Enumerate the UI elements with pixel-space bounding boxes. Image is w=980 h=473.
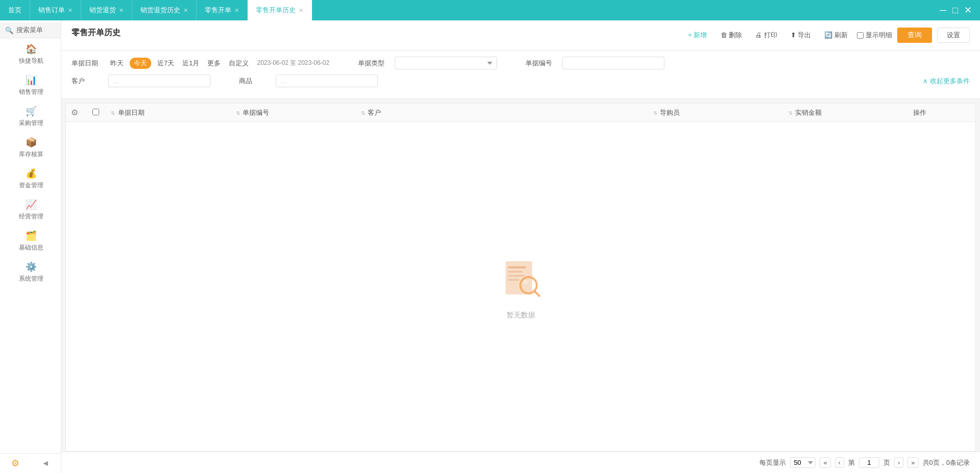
sidebar-item-inventory[interactable]: 📦 库存核算 — [0, 132, 61, 163]
date-opt-last7[interactable]: 近7天 — [155, 58, 176, 69]
th-action: 操作 — [908, 104, 975, 122]
sort-number-icon[interactable]: ⇅ — [236, 110, 240, 116]
tab-retail-open-close[interactable]: ✕ — [234, 7, 239, 14]
add-button[interactable]: + 新增 — [684, 29, 711, 42]
sidebar-item-quick-nav-label: 快捷导航 — [19, 57, 43, 65]
select-all-checkbox[interactable] — [92, 109, 99, 115]
th-number: ⇅ 单据编号 — [231, 104, 356, 122]
goods-filter-label: 商品 — [239, 77, 268, 86]
date-options: 昨天 今天 近7天 近1月 更多 自定义 2023-06-02 至 2023-0… — [108, 58, 329, 69]
tab-retail-history-close[interactable]: ✕ — [299, 7, 303, 14]
sidebar-collapse-icon[interactable]: ◄ — [41, 459, 50, 468]
empty-state: 暂无数据 — [66, 122, 975, 451]
pagination-bar: 每页显示 10 20 50 100 « ‹ 第 页 › » 共0页，0条记录 — [61, 452, 980, 473]
delete-button[interactable]: 🗑 删除 — [716, 29, 747, 42]
page-label-pre: 第 — [848, 458, 855, 467]
sidebar-item-basic-info[interactable]: 🗂️ 基础信息 — [0, 225, 61, 256]
date-opt-today[interactable]: 今天 — [130, 58, 151, 69]
sidebar-item-purchase-mgmt[interactable]: 🛒 采购管理 — [0, 101, 61, 132]
data-table: ⚙ ⇅ 单据日期 ⇅ 单据编号 — [66, 104, 975, 122]
customer-input[interactable]: ... — [108, 74, 210, 87]
quick-nav-icon: 🏠 — [26, 43, 37, 55]
content-area: 零售开单历史 + 新增 🗑 删除 🖨 打印 ⬆ 导出 🔄 刷新 显示明细 查询 … — [61, 20, 980, 473]
tab-sales-return-history-close[interactable]: ✕ — [183, 7, 188, 14]
tab-sales-return-history[interactable]: 销货退货历史 ✕ — [132, 0, 197, 20]
tab-bar: 首页 销售订单 ✕ 销货退货 ✕ 销货退货历史 ✕ 零售开单 ✕ 零售开单历史 … — [0, 0, 312, 20]
doc-type-select-wrapper — [395, 57, 497, 69]
tab-sales-return-history-label: 销货退货历史 — [140, 6, 180, 15]
top-bar: 首页 销售订单 ✕ 销货退货 ✕ 销货退货历史 ✕ 零售开单 ✕ 零售开单历史 … — [0, 0, 980, 20]
tab-sales-return[interactable]: 销货退货 ✕ — [81, 0, 132, 20]
doc-type-select[interactable] — [395, 57, 497, 69]
sidebar-item-system-mgmt[interactable]: ⚙️ 系统管理 — [0, 256, 61, 287]
sidebar-item-quick-nav[interactable]: 🏠 快捷导航 — [0, 38, 61, 69]
doc-type-filter-label: 单据类型 — [358, 59, 387, 68]
window-max-icon[interactable]: □ — [952, 5, 958, 16]
total-info: 共0页，0条记录 — [923, 458, 970, 467]
page-title: 零售开单历史 — [71, 28, 121, 45]
th-amount: ⇅ 实销金额 — [783, 104, 909, 122]
th-salesperson-label: 导购员 — [660, 109, 680, 116]
table-area: ⚙ ⇅ 单据日期 ⇅ 单据编号 — [65, 103, 976, 452]
tab-retail-open-label: 零售开单 — [205, 6, 231, 15]
goods-input[interactable]: ... — [276, 74, 378, 87]
date-opt-custom[interactable]: 自定义 — [227, 58, 251, 69]
sidebar-item-inventory-label: 库存核算 — [19, 150, 43, 159]
filter-row-customer: 客户 ... 商品 ... ∧ 收起更多条件 — [71, 74, 970, 87]
svg-rect-1 — [508, 266, 526, 268]
search-icon: 🔍 — [5, 27, 13, 34]
svg-line-6 — [534, 291, 539, 296]
sidebar-item-finance[interactable]: 💰 资金管理 — [0, 163, 61, 194]
date-opt-more[interactable]: 更多 — [205, 58, 223, 69]
th-number-label: 单据编号 — [243, 109, 269, 116]
tab-sales-order-close[interactable]: ✕ — [68, 7, 73, 14]
svg-rect-3 — [508, 275, 524, 277]
next-page-button[interactable]: › — [894, 457, 903, 468]
sidebar-item-sales-mgmt[interactable]: 📊 销售管理 — [0, 69, 61, 101]
tab-sales-return-close[interactable]: ✕ — [119, 7, 124, 14]
tab-home[interactable]: 首页 — [0, 0, 30, 20]
collapse-label: 收起更多条件 — [930, 77, 970, 86]
sidebar-item-sales-mgmt-label: 销售管理 — [19, 88, 43, 96]
last-page-button[interactable]: » — [907, 457, 918, 468]
refresh-button[interactable]: 🔄 刷新 — [820, 29, 852, 42]
sidebar: 🔍 搜索菜单 🏠 快捷导航 📊 销售管理 🛒 采购管理 📦 库存核算 💰 资金管… — [0, 20, 61, 473]
page-number-input[interactable] — [859, 457, 879, 468]
per-page-label: 每页显示 — [759, 458, 786, 467]
display-detail-label: 显示明细 — [866, 31, 892, 40]
collapse-button[interactable]: ∧ 收起更多条件 — [923, 77, 970, 86]
basic-info-icon: 🗂️ — [26, 230, 37, 241]
tab-sales-order[interactable]: 销售订单 ✕ — [30, 0, 81, 20]
query-button[interactable]: 查询 — [897, 28, 932, 43]
window-min-icon[interactable]: ─ — [940, 5, 946, 16]
prev-page-button[interactable]: ‹ — [835, 457, 844, 468]
display-detail-checkbox[interactable] — [857, 32, 864, 39]
date-opt-last-month[interactable]: 近1月 — [180, 58, 201, 69]
settings-button[interactable]: 设置 — [937, 28, 970, 43]
sort-salesperson-icon[interactable]: ⇅ — [653, 110, 657, 116]
sidebar-settings-icon[interactable]: ⚙ — [11, 458, 19, 469]
sidebar-item-operations[interactable]: 📈 经营管理 — [0, 194, 61, 225]
sort-date-icon[interactable]: ⇅ — [111, 110, 115, 116]
date-opt-yesterday[interactable]: 昨天 — [108, 58, 126, 69]
window-close-icon[interactable]: ✕ — [964, 5, 972, 16]
print-button[interactable]: 🖨 打印 — [751, 29, 781, 42]
tab-retail-history[interactable]: 零售开单历史 ✕ — [248, 0, 312, 20]
sidebar-search-label: 搜索菜单 — [16, 26, 43, 35]
th-action-label: 操作 — [913, 109, 926, 116]
operations-icon: 📈 — [26, 199, 37, 210]
doc-number-input[interactable] — [562, 57, 664, 69]
th-spacer — [754, 104, 783, 122]
tab-retail-open[interactable]: 零售开单 ✕ — [197, 0, 248, 20]
sort-amount-icon[interactable]: ⇅ — [788, 110, 793, 116]
per-page-select[interactable]: 10 20 50 100 — [790, 457, 816, 468]
svg-rect-2 — [508, 271, 522, 272]
sidebar-item-finance-label: 资金管理 — [19, 181, 43, 190]
table-settings-icon[interactable]: ⚙ — [71, 108, 78, 117]
first-page-button[interactable]: « — [820, 457, 830, 468]
display-detail-toggle[interactable]: 显示明细 — [857, 31, 892, 40]
export-button[interactable]: ⬆ 导出 — [786, 29, 816, 42]
sidebar-search[interactable]: 🔍 搜索菜单 — [0, 22, 61, 38]
page-label: 页 — [883, 458, 890, 467]
sort-customer-icon[interactable]: ⇅ — [361, 110, 365, 116]
